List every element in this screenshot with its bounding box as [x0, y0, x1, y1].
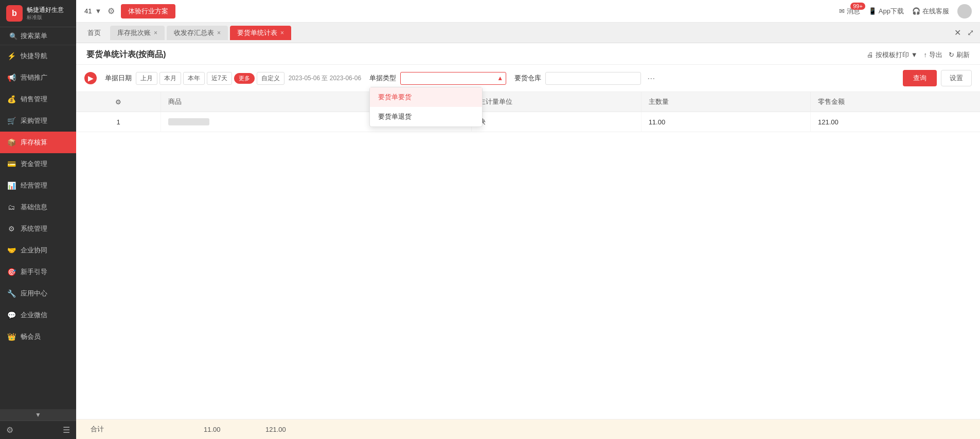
- more-btn[interactable]: 更多: [234, 73, 255, 84]
- nav-label: 库存核算: [21, 138, 47, 147]
- content-area: 要货单统计表(按商品) 🖨 按模板打印 ▼ ↑ 导出 ↻ 刷新: [76, 43, 980, 439]
- search-icon: 🔍: [9, 32, 17, 40]
- sidebar-logo: b 畅捷通好生意 标准版: [0, 0, 76, 27]
- store-selector[interactable]: 41 ▼: [84, 7, 101, 15]
- recent7-btn[interactable]: 近7天: [207, 72, 232, 85]
- sidebar-item-system[interactable]: ⚙ 系统管理: [0, 218, 76, 240]
- sidebar-item-member[interactable]: 👑 畅会员: [0, 326, 76, 347]
- nav-label: 资金管理: [21, 159, 47, 169]
- print-btn[interactable]: 🖨 按模板打印 ▼: [867, 50, 918, 60]
- tab-home[interactable]: 首页: [80, 26, 108, 40]
- custom-btn[interactable]: 自定义: [257, 72, 284, 85]
- nav-label: 新手引导: [21, 267, 47, 277]
- logo-icon: b: [6, 5, 23, 22]
- sidebar-item-enterprise[interactable]: 🤝 企业协同: [0, 240, 76, 261]
- menu-toggle-icon[interactable]: ☰: [63, 425, 70, 435]
- col-settings-header[interactable]: ⚙: [76, 92, 161, 112]
- tab-order-stats-label: 要货单统计表: [237, 28, 277, 38]
- type-input[interactable]: [400, 72, 506, 85]
- sidebar-item-wechat[interactable]: 💬 企业微信: [0, 304, 76, 326]
- table-header-row: ⚙ 商品 主计量单位 主数量 零售金额: [76, 92, 980, 112]
- row-num: 1: [76, 112, 161, 132]
- user-avatar[interactable]: [957, 4, 972, 19]
- logo-text: 畅捷通好生意: [27, 6, 64, 14]
- row-unit: 块: [472, 112, 641, 132]
- last-month-btn[interactable]: 上月: [136, 72, 157, 85]
- print-icon: 🖨: [867, 51, 874, 59]
- sidebar-item-guide[interactable]: 🎯 新手引导: [0, 261, 76, 283]
- search-btn[interactable]: 查询: [903, 70, 937, 86]
- sidebar-item-purchase[interactable]: 🛒 采购管理: [0, 110, 76, 132]
- store-dropdown-icon[interactable]: ▼: [95, 7, 101, 15]
- refresh-btn[interactable]: ↻ 刷新: [949, 50, 970, 60]
- type-option-requisition[interactable]: 要货单要货: [370, 87, 482, 107]
- tab-inventory-batch-label: 库存批次账: [117, 28, 151, 38]
- messages-badge: 99+: [850, 3, 865, 10]
- product-blurred: [168, 118, 209, 125]
- filter-warehouse-group: 要货仓库 ···: [514, 72, 657, 85]
- app-download-btn[interactable]: 📱 App下载: [868, 7, 904, 16]
- promo-button[interactable]: 体验行业方案: [121, 4, 175, 19]
- online-service-btn[interactable]: 🎧 在线客服: [912, 7, 949, 16]
- search-label: 搜索菜单: [21, 31, 47, 41]
- member-icon: 👑: [6, 332, 16, 342]
- tab-order-stats[interactable]: 要货单统计表 ×: [230, 26, 291, 40]
- export-btn[interactable]: ↑ 导出: [924, 50, 943, 60]
- tab-order-stats-close[interactable]: ×: [280, 29, 284, 36]
- filter-date-group: 单据日期 上月 本月 本年 近7天 更多 自定义 2023-05-06 至 20…: [105, 72, 361, 85]
- nav-label: 企业微信: [21, 310, 47, 320]
- purchase-icon: 🛒: [6, 116, 16, 126]
- nav-label: 系统管理: [21, 224, 47, 233]
- tabbar: 首页 库存批次账 × 收发存汇总表 × 要货单统计表 × ✕ ⤢: [76, 23, 980, 43]
- sidebar-item-marketing[interactable]: 📢 营销推广: [0, 67, 76, 88]
- nav-label: 营销推广: [21, 73, 47, 82]
- warehouse-input[interactable]: [545, 72, 641, 85]
- messages-btn[interactable]: ✉ 消息 99+: [839, 7, 860, 16]
- sidebar-item-inventory[interactable]: 📦 库存核算: [0, 132, 76, 153]
- refresh-icon: ↻: [949, 51, 954, 59]
- sidebar-item-quick-nav[interactable]: ⚡ 快捷导航: [0, 45, 76, 67]
- tab-receivables-close[interactable]: ×: [217, 29, 221, 36]
- operations-icon: 📊: [6, 180, 16, 191]
- tab-receivables-summary-label: 收发存汇总表: [174, 28, 214, 38]
- warehouse-label: 要货仓库: [514, 74, 541, 83]
- type-label: 单据类型: [369, 74, 396, 83]
- this-year-btn[interactable]: 本年: [183, 72, 205, 85]
- sales-icon: 💰: [6, 94, 16, 104]
- tab-close-all-btn[interactable]: ✕: [952, 27, 963, 39]
- sidebar-item-sales[interactable]: 💰 销售管理: [0, 88, 76, 110]
- service-icon: 🎧: [912, 7, 920, 15]
- sidebar-item-basic[interactable]: 🗂 基础信息: [0, 196, 76, 218]
- settings-icon[interactable]: ⚙: [6, 425, 13, 435]
- tab-home-label: 首页: [87, 28, 101, 38]
- footer-qty: 11.00: [197, 426, 258, 433]
- topbar: 41 ▼ ⚙ 体验行业方案 ✉ 消息 99+ 📱 App下载 🎧 在线客服: [76, 0, 980, 23]
- store-num: 41: [84, 7, 92, 15]
- tab-expand-btn[interactable]: ⤢: [965, 27, 976, 39]
- finance-icon: 💳: [6, 159, 16, 169]
- sidebar-item-finance[interactable]: 💳 资金管理: [0, 153, 76, 175]
- tabbar-controls: ✕ ⤢: [952, 27, 976, 39]
- sidebar-scroll-down[interactable]: ▼: [0, 409, 76, 420]
- type-option-return[interactable]: 要货单退货: [370, 107, 482, 126]
- sidebar-item-operations[interactable]: 📊 经营管理: [0, 175, 76, 196]
- sidebar-nav: ⚡ 快捷导航 📢 营销推广 💰 销售管理 🛒 采购管理 📦 库存核算 💳 资金管…: [0, 45, 76, 409]
- logo-sub: 标准版: [27, 14, 64, 21]
- tab-inventory-batch[interactable]: 库存批次账 ×: [110, 26, 165, 40]
- wechat-icon: 💬: [6, 310, 16, 320]
- table-row: 1 块 11.00 121.00: [76, 112, 980, 132]
- export-icon: ↑: [924, 51, 928, 59]
- message-icon: ✉: [839, 7, 845, 15]
- this-month-btn[interactable]: 本月: [159, 72, 181, 85]
- filter-expand-btn[interactable]: ▶: [84, 72, 97, 84]
- sidebar-item-apps[interactable]: 🔧 应用中心: [0, 283, 76, 304]
- search-menu[interactable]: 🔍 搜索菜单: [0, 27, 76, 45]
- settings-btn[interactable]: 设置: [941, 70, 972, 86]
- expand-icon: ▶: [88, 74, 94, 82]
- warehouse-more-icon[interactable]: ···: [645, 73, 657, 84]
- basic-icon: 🗂: [6, 202, 16, 212]
- page-actions: 🖨 按模板打印 ▼ ↑ 导出 ↻ 刷新: [867, 50, 970, 60]
- tab-receivables-summary[interactable]: 收发存汇总表 ×: [167, 26, 228, 40]
- topbar-settings-icon[interactable]: ⚙: [108, 6, 115, 16]
- tab-inventory-batch-close[interactable]: ×: [154, 29, 157, 36]
